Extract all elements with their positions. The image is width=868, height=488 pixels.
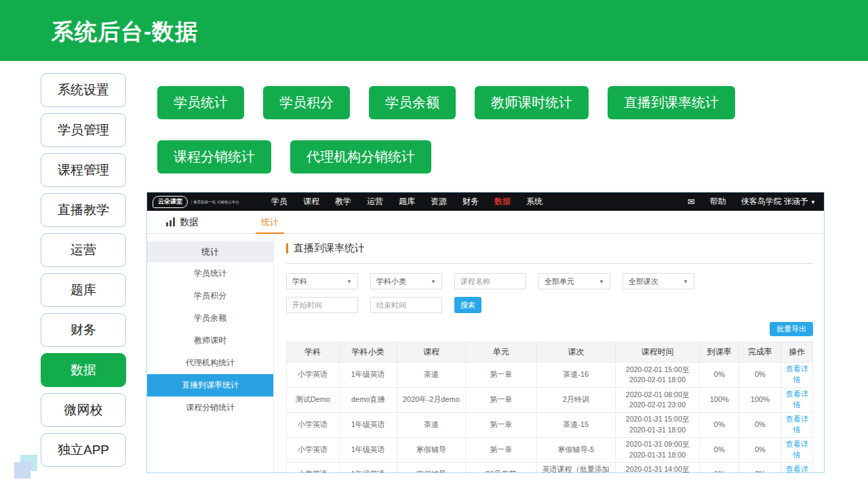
sidebar-button[interactable]: 题库	[41, 273, 126, 307]
sidebar-button[interactable]: 系统设置	[41, 73, 126, 107]
chevron-down-icon: ▼	[347, 279, 352, 285]
table-row: 测试Demo demo直播 2020年-2月demo 第一章 2月特训 2020…	[287, 387, 813, 412]
topnav-item[interactable]: 教学	[335, 196, 351, 207]
submenu-item[interactable]: 学员积分	[147, 285, 273, 307]
chevron-down-icon: ▼	[810, 199, 816, 205]
subject-select[interactable]: 学科 ▼	[286, 273, 358, 289]
submenu-header: 统计	[147, 241, 273, 262]
cell-unit: 第一章	[465, 387, 536, 412]
cell-subcategory: demo直播	[339, 387, 397, 412]
topnav-item[interactable]: 财务	[462, 196, 479, 207]
view-detail-link[interactable]: 查看详情	[786, 415, 808, 434]
account-menu[interactable]: 侠客岛学院 张涵予▼	[741, 196, 816, 207]
submenu-item[interactable]: 学员统计	[147, 262, 273, 285]
sidebar-button[interactable]: 课程管理	[41, 153, 126, 187]
unit-select-value: 全部单元	[545, 277, 574, 287]
sidebar-button[interactable]: 独立APP	[41, 433, 126, 467]
quick-button[interactable]: 学员余额	[369, 86, 456, 119]
topnav-item[interactable]: 学员	[271, 196, 288, 207]
cell-attendance: 100%	[700, 387, 739, 412]
start-time-input[interactable]	[286, 297, 358, 313]
table-header-cell: 学科小类	[339, 342, 397, 363]
quick-button[interactable]: 直播到课率统计	[608, 86, 735, 119]
sidebar-button[interactable]: 数据	[41, 353, 126, 387]
view-detail-link[interactable]: 查看详情	[786, 390, 808, 409]
admin-main: 直播到课率统计 学科 ▼ 学科小类 ▼ 全部单元 ▼	[274, 234, 824, 472]
export-row: 批量导出	[286, 322, 813, 336]
submenu-item[interactable]: 代理机构统计	[147, 352, 273, 374]
view-detail-link[interactable]: 查看详情	[786, 440, 808, 459]
cell-completion: 0%	[739, 462, 781, 473]
help-link[interactable]: 帮助	[710, 196, 726, 207]
admin-subbar: 数据 统计	[147, 211, 824, 234]
admin-submenu: 统计 学员统计学员积分学员余额教师课时代理机构统计直播到课率统计课程分销统计	[147, 234, 274, 472]
cell-action: 查看详情	[781, 387, 813, 412]
topnav-item[interactable]: 资源	[431, 196, 447, 207]
cell-lesson: 茶道-15	[536, 412, 615, 437]
topnav-item[interactable]: 系统	[526, 196, 542, 207]
admin-screenshot-panel: 云朵课堂 教育机构一站 式网络云平台 学员课程教学运营题库资源财务数据系统 ✉ …	[146, 192, 825, 473]
cell-course: 寒假辅导	[397, 462, 465, 473]
cell-time: 2020-02-01 08:00至2020-02-01 23:00	[615, 387, 699, 412]
quick-button[interactable]: 课程分销统计	[157, 140, 271, 174]
submenu-item[interactable]: 学员余额	[147, 307, 273, 329]
sidebar-button[interactable]: 运营	[41, 233, 126, 267]
title-accent-bar	[286, 243, 288, 253]
quick-button[interactable]: 学员积分	[263, 86, 350, 119]
batch-export-button[interactable]: 批量导出	[770, 322, 813, 336]
quick-button[interactable]: 代理机构分销统计	[290, 140, 431, 174]
cell-time: 2020-01-31 15:00至2020-01-31 18:00	[615, 412, 699, 437]
page-title: 系统后台-数据	[0, 0, 868, 47]
quick-button[interactable]: 学员统计	[157, 86, 244, 119]
cell-unit: 第一章	[465, 363, 536, 388]
submenu-item[interactable]: 课程分销统计	[147, 396, 273, 419]
topnav-item[interactable]: 数据	[494, 196, 511, 207]
mail-icon[interactable]: ✉	[688, 197, 695, 207]
end-time-input[interactable]	[370, 297, 442, 313]
cell-subject: 小学英语	[287, 437, 340, 462]
cell-attendance: 0%	[700, 462, 739, 473]
admin-topnav: 云朵课堂 教育机构一站 式网络云平台 学员课程教学运营题库资源财务数据系统 ✉ …	[147, 192, 824, 211]
search-button[interactable]: 搜索	[454, 297, 481, 313]
topnav-item[interactable]: 课程	[303, 196, 319, 207]
table-header-cell: 学科	[287, 342, 340, 363]
table-header-cell: 操作	[781, 342, 813, 363]
table-row: 小学英语 1年级英语 茶道 第一章 茶道-16 2020-02-01 15:00…	[287, 363, 813, 388]
subcategory-select-value: 学科小类	[376, 277, 406, 287]
sidebar-button[interactable]: 微网校	[41, 393, 126, 427]
subcategory-select[interactable]: 学科小类 ▼	[370, 273, 442, 289]
unit-select[interactable]: 全部单元 ▼	[538, 273, 610, 289]
table-header-cell: 完成率	[739, 342, 781, 363]
tab-statistics[interactable]: 统计	[261, 211, 279, 234]
view-detail-link[interactable]: 查看详情	[786, 365, 808, 384]
admin-topnav-items: 学员课程教学运营题库资源财务数据系统	[271, 196, 542, 207]
subject-select-value: 学科	[292, 277, 307, 287]
submenu-items: 学员统计学员积分学员余额教师课时代理机构统计直播到课率统计课程分销统计	[147, 262, 273, 419]
page-banner: 系统后台-数据	[0, 0, 868, 61]
table-row: 小学英语 1年级英语 寒假辅导 28号章节 英语课程（批量添加课次）-3 202…	[287, 462, 813, 473]
submenu-item[interactable]: 教师课时	[147, 329, 273, 352]
filter-row-2: 搜索	[286, 297, 813, 313]
sidebar-button[interactable]: 学员管理	[41, 113, 126, 147]
sidebar-button[interactable]: 直播教学	[41, 193, 126, 227]
topnav-item[interactable]: 题库	[399, 196, 415, 207]
quick-button[interactable]: 教师课时统计	[475, 86, 589, 119]
submenu-item[interactable]: 直播到课率统计	[147, 374, 273, 396]
quick-buttons-row1: 学员统计学员积分学员余额教师课时统计直播到课率统计	[157, 86, 735, 119]
view-detail-link[interactable]: 查看详情	[786, 465, 808, 474]
cell-time: 2020-01-31 09:00至2020-01-31 18:00	[615, 437, 699, 462]
topnav-item[interactable]: 运营	[367, 196, 383, 207]
cell-lesson: 茶道-16	[536, 363, 615, 388]
bar-chart-icon	[166, 218, 175, 226]
cell-course: 茶道	[397, 363, 465, 388]
table-row: 小学英语 1年级英语 寒假辅导 第一章 寒假辅导-5 2020-01-31 09…	[287, 437, 813, 462]
cloud-logo: 云朵课堂 教育机构一站 式网络云平台	[153, 196, 195, 208]
content-title: 直播到课率统计	[286, 242, 813, 264]
cell-completion: 0%	[739, 412, 781, 437]
course-name-input[interactable]	[454, 273, 526, 289]
table-header-cell: 单元	[465, 342, 536, 363]
sidebar-button[interactable]: 财务	[41, 313, 126, 347]
lesson-select[interactable]: 全部课次 ▼	[623, 273, 694, 289]
admin-topnav-right: ✉ 帮助 侠客岛学院 张涵予▼	[688, 196, 816, 207]
table-body: 小学英语 1年级英语 茶道 第一章 茶道-16 2020-02-01 15:00…	[287, 363, 813, 474]
